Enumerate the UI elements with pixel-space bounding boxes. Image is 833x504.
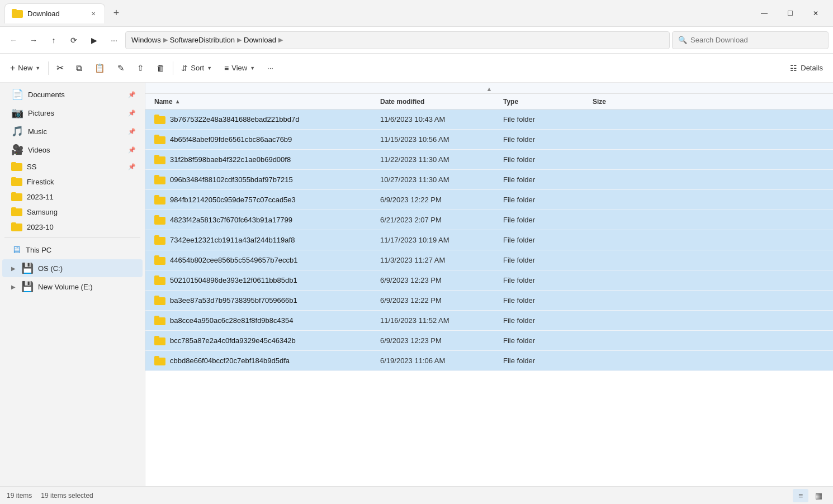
breadcrumb-download: Download: [244, 36, 276, 44]
table-row[interactable]: bcc785a87e2a4c0fda9329e45c46342b 6/9/202…: [145, 331, 833, 351]
cell-type-6: File folder: [503, 236, 593, 244]
documents-icon: 📄: [11, 88, 23, 101]
view-icon: ≡: [224, 64, 229, 73]
delete-button[interactable]: 🗑: [151, 58, 171, 78]
table-row[interactable]: 31f2b8f598baeb4f322c1ae0b69d00f8 11/22/2…: [145, 150, 833, 170]
sidebar-label-2023-11: 2023-11: [27, 193, 54, 201]
sidebar-item-firestick[interactable]: Firestick: [2, 174, 143, 189]
details-button[interactable]: ☷ Details: [784, 58, 829, 78]
copy-button[interactable]: ⧉: [70, 58, 88, 78]
expand-button[interactable]: ▶: [85, 31, 103, 49]
new-icon: +: [10, 63, 15, 73]
add-tab-button[interactable]: +: [107, 4, 125, 22]
table-row[interactable]: 44654b802cee856b5c5549657b7eccb1 11/3/20…: [145, 250, 833, 270]
sidebar-item-videos[interactable]: 🎥 Videos 📌: [2, 141, 143, 159]
tab-label: Download: [27, 9, 60, 18]
table-row[interactable]: ba3ee87a53d7b95738395bf7059666b1 6/9/202…: [145, 291, 833, 311]
view-chevron: ▼: [250, 65, 255, 71]
sort-icon: ⇵: [181, 64, 188, 73]
copy-icon: ⧉: [76, 63, 82, 73]
back-button[interactable]: ←: [4, 31, 22, 49]
item-count: 19 items: [7, 492, 32, 500]
cell-type-12: File folder: [503, 356, 593, 365]
search-input[interactable]: [690, 36, 822, 44]
cell-name-3: 096b3484f88102cdf3055bdaf97b7215: [145, 175, 380, 184]
name-sort-icon: ▲: [175, 98, 181, 104]
sidebar-label-this-pc: This PC: [26, 246, 51, 254]
sidebar-item-music[interactable]: 🎵 Music 📌: [2, 122, 143, 140]
firestick-folder-icon: [11, 177, 22, 186]
folder-icon-11: [154, 336, 165, 345]
sidebar-item-ss[interactable]: SS 📌: [2, 159, 143, 174]
tab-download[interactable]: Download ✕: [4, 3, 105, 23]
sort-button[interactable]: ⇵ Sort ▼: [176, 58, 217, 78]
rename-button[interactable]: ✎: [112, 58, 130, 78]
col-name-header[interactable]: Name ▲: [145, 98, 380, 106]
cell-name-11: bcc785a87e2a4c0fda9329e45c46342b: [145, 336, 380, 345]
col-type-header[interactable]: Type: [503, 98, 593, 106]
table-row[interactable]: 4b65f48abef09fde6561cbc86aac76b9 11/15/2…: [145, 130, 833, 150]
breadcrumb[interactable]: Windows ▶ SoftwareDistribution ▶ Downloa…: [125, 31, 670, 49]
cell-name-12: cbbd8e66f04bccf20c7ebf184b9d5dfa: [145, 356, 380, 365]
sidebar-item-2023-11[interactable]: 2023-11: [2, 189, 143, 204]
sep-toolbar-2: [173, 61, 173, 75]
sidebar-item-this-pc[interactable]: 🖥 This PC: [2, 241, 143, 259]
cell-date-4: 6/9/2023 12:22 PM: [380, 196, 503, 204]
table-row[interactable]: 7342ee12321cb1911a43af244b119af8 11/17/2…: [145, 230, 833, 250]
sidebar-item-pictures[interactable]: 📷 Pictures 📌: [2, 104, 143, 122]
minimize-button[interactable]: —: [751, 4, 777, 22]
folder-icon-5: [154, 215, 165, 225]
cell-date-5: 6/21/2023 2:07 PM: [380, 216, 503, 224]
sidebar-item-samsung[interactable]: Samsung: [2, 205, 143, 219]
tab-close-button[interactable]: ✕: [89, 9, 98, 18]
maximize-button[interactable]: ☐: [777, 4, 803, 22]
table-row[interactable]: 4823f42a5813c7f670fc643b91a17799 6/21/20…: [145, 210, 833, 230]
breadcrumb-windows: Windows: [131, 36, 161, 44]
new-button[interactable]: + New ▼: [4, 58, 46, 78]
up-button[interactable]: ↑: [45, 31, 63, 49]
more-button[interactable]: ···: [262, 58, 279, 78]
col-date-header[interactable]: Date modified: [380, 98, 503, 106]
sidebar-label-ss: SS: [27, 163, 36, 171]
folder-icon-3: [154, 175, 165, 184]
cell-date-9: 6/9/2023 12:22 PM: [380, 296, 503, 305]
cell-date-1: 11/15/2023 10:56 AM: [380, 135, 503, 144]
table-row[interactable]: 096b3484f88102cdf3055bdaf97b7215 10/27/2…: [145, 170, 833, 190]
cell-type-5: File folder: [503, 216, 593, 224]
title-bar: Download ✕ + — ☐ ✕: [0, 0, 833, 27]
table-row[interactable]: 984fb12142050c959de757c07ccad5e3 6/9/202…: [145, 190, 833, 210]
table-row[interactable]: 502101504896de393e12f0611bb85db1 6/9/202…: [145, 270, 833, 291]
refresh-button[interactable]: ⟳: [65, 31, 83, 49]
status-bar: 19 items 19 items selected ≡ ▦: [0, 486, 833, 504]
view-button[interactable]: ≡ View ▼: [219, 58, 261, 78]
sort-up-bar: ▲: [145, 83, 833, 94]
search-box[interactable]: 🔍: [672, 31, 829, 49]
sep-toolbar-1: [48, 61, 49, 75]
cell-date-0: 11/6/2023 10:43 AM: [380, 115, 503, 123]
paste-icon: 📋: [94, 63, 105, 73]
table-row[interactable]: cbbd8e66f04bccf20c7ebf184b9d5dfa 6/19/20…: [145, 351, 833, 371]
sidebar-label-os-c: OS (C:): [38, 264, 63, 273]
view-details-toggle[interactable]: ▦: [811, 489, 826, 502]
sidebar-item-2023-10[interactable]: 2023-10: [2, 220, 143, 234]
breadcrumb-softwaredist: SoftwareDistribution: [170, 36, 235, 44]
pictures-icon: 📷: [11, 107, 23, 119]
folder-icon-1: [154, 135, 165, 144]
forward-button[interactable]: →: [25, 31, 42, 49]
sidebar-item-new-volume[interactable]: ▶ 💾 New Volume (E:): [2, 278, 143, 296]
more-nav-button[interactable]: ···: [105, 31, 123, 49]
view-list-toggle[interactable]: ≡: [793, 489, 808, 502]
paste-button[interactable]: 📋: [89, 58, 111, 78]
cut-button[interactable]: ✂: [51, 58, 69, 78]
os-c-expand-icon: ▶: [11, 265, 17, 272]
share-button[interactable]: ⇧: [131, 58, 150, 78]
table-row[interactable]: ba8cce4a950ac6c28e81f8fd9b8c4354 11/16/2…: [145, 311, 833, 331]
col-size-header[interactable]: Size: [593, 98, 833, 106]
sidebar-item-os-c[interactable]: ▶ 💾 OS (C:): [2, 259, 143, 277]
cell-type-2: File folder: [503, 155, 593, 164]
table-row[interactable]: 3b7675322e48a3841688ebad221bbd7d 11/6/20…: [145, 110, 833, 130]
sidebar-item-documents[interactable]: 📄 Documents 📌: [2, 85, 143, 103]
file-list[interactable]: 3b7675322e48a3841688ebad221bbd7d 11/6/20…: [145, 110, 833, 486]
sidebar-divider-1: [4, 237, 140, 238]
close-button[interactable]: ✕: [803, 4, 829, 22]
